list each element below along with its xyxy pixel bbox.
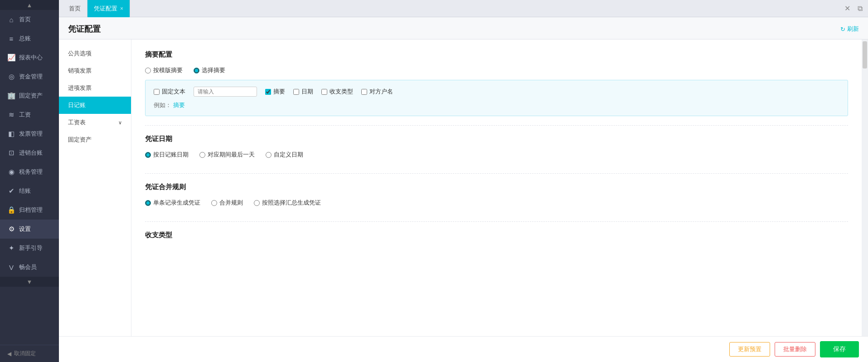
bottom-bar: 更新预置 批量删除 保存 (59, 336, 868, 362)
funds-icon: ◎ (7, 73, 15, 81)
radio-custom-date[interactable]: 自定义日期 (266, 151, 303, 159)
radio-single-record[interactable]: 单条记录生成凭证 (145, 199, 200, 207)
sidebar-scroll-down[interactable]: ▼ (0, 277, 59, 287)
radio-by-selection[interactable]: 按照选择汇总生成凭证 (254, 199, 321, 207)
chevron-down-icon: ∨ (118, 120, 122, 126)
left-nav-item-journal[interactable]: 日记账 (59, 97, 131, 114)
sidebar-item-fixed-assets[interactable]: 🏢 固定资产 (0, 86, 59, 105)
radio-template-summary[interactable]: 按模版摘要 (145, 66, 183, 74)
income-type-section: 收支类型 (145, 231, 848, 240)
radio-period-last-day[interactable]: 对应期间最后一天 (199, 151, 255, 159)
content-layout: 公共选项 销项发票 进项发票 日记账 工资表 ∨ 固定资产 摘要配置 (59, 39, 868, 336)
sidebar-item-reports[interactable]: 📈 报表中心 (0, 48, 59, 67)
voucher-date-radio-group: 按日记账日期 对应期间最后一天 自定义日期 (145, 151, 848, 159)
settle-icon: ✔ (7, 187, 15, 195)
radio-by-journal-date[interactable]: 按日记账日期 (145, 151, 189, 159)
checkbox-fixed-text[interactable]: 固定文本 (154, 88, 185, 96)
settings-icon: ⚙ (7, 225, 15, 233)
sidebar-item-invoice-mgmt[interactable]: ◧ 发票管理 (0, 124, 59, 143)
summary-example: 例如： 摘要 (154, 101, 839, 109)
income-type-title: 收支类型 (145, 231, 848, 240)
sidebar-item-ledger[interactable]: ≡ 总账 (0, 29, 59, 48)
tab-home[interactable]: 首页 (63, 0, 87, 17)
checkbox-date[interactable]: 日期 (293, 88, 313, 96)
merge-rules-radio-group: 单条记录生成凭证 合并规则 按照选择汇总生成凭证 (145, 199, 848, 207)
refresh-icon: ↻ (840, 26, 845, 33)
window-close-icon[interactable]: ✕ (843, 3, 852, 14)
tax-icon: ◉ (7, 168, 15, 176)
left-nav-item-fixed-assets[interactable]: 固定资产 (59, 131, 131, 148)
fixed-assets-icon: 🏢 (7, 92, 15, 100)
sidebar-item-payroll[interactable]: ≋ 工资 (0, 105, 59, 124)
archive-icon: 🔒 (7, 206, 15, 214)
sidebar-item-funds[interactable]: ◎ 资金管理 (0, 67, 59, 86)
update-preview-button[interactable]: 更新预置 (729, 342, 770, 357)
left-nav-item-public[interactable]: 公共选项 (59, 45, 131, 62)
tab-bar-actions: ✕ ⧉ (843, 3, 864, 14)
sidebar-item-purchase-sales[interactable]: ⊡ 进销台账 (0, 143, 59, 162)
radio-select-summary[interactable]: 选择摘要 (194, 66, 225, 74)
scroll-thumb[interactable] (863, 41, 867, 68)
invoice-mgmt-icon: ◧ (7, 130, 15, 138)
tab-close-icon[interactable]: × (120, 5, 123, 12)
checkbox-income-type[interactable]: 收支类型 (321, 88, 353, 96)
fixed-text-input[interactable] (194, 87, 257, 97)
right-content: 摘要配置 按模版摘要 选择摘要 固定文本 (131, 39, 862, 336)
checkbox-summary[interactable]: 摘要 (265, 88, 285, 96)
radio-merge-rules[interactable]: 合并规则 (211, 199, 243, 207)
main-area: 首页 凭证配置 × ✕ ⧉ 凭证配置 ↻ 刷新 公共选项 销项发票 进 (59, 0, 868, 362)
sidebar-item-tax-mgmt[interactable]: ◉ 税务管理 (0, 162, 59, 181)
guide-icon: ✦ (7, 244, 15, 252)
pin-icon: ◀ (7, 351, 11, 357)
purchase-sales-icon: ⊡ (7, 149, 15, 157)
left-nav: 公共选项 销项发票 进项发票 日记账 工资表 ∨ 固定资产 (59, 39, 131, 336)
ledger-icon: ≡ (7, 35, 15, 43)
page-header: 凭证配置 ↻ 刷新 (59, 17, 868, 39)
summary-config-title: 摘要配置 (145, 50, 848, 59)
summary-config-section: 摘要配置 按模版摘要 选择摘要 固定文本 (145, 50, 848, 126)
vip-icon: V (7, 264, 15, 271)
sidebar-item-guide[interactable]: ✦ 新手引导 (0, 239, 59, 258)
checkbox-counterparty[interactable]: 对方户名 (361, 88, 393, 96)
window-resize-icon[interactable]: ⧉ (856, 4, 864, 14)
save-button[interactable]: 保存 (820, 341, 859, 357)
left-nav-item-sales-invoice[interactable]: 销项发票 (59, 62, 131, 79)
summary-box: 固定文本 摘要 日期 收支类型 (145, 80, 848, 116)
sidebar-item-settle[interactable]: ✔ 结账 (0, 181, 59, 201)
sidebar-item-home[interactable]: ⌂ 首页 (0, 10, 59, 29)
home-icon: ⌂ (7, 16, 15, 24)
refresh-button[interactable]: ↻ 刷新 (840, 25, 859, 33)
sidebar-item-archive[interactable]: 🔒 归档管理 (0, 201, 59, 220)
sidebar-scroll-up[interactable]: ▲ (0, 0, 59, 10)
sidebar-item-vip[interactable]: V 畅会员 (0, 258, 59, 277)
voucher-date-title: 凭证日期 (145, 135, 848, 143)
scroll-track[interactable] (862, 39, 868, 336)
sidebar: ▲ ⌂ 首页 ≡ 总账 📈 报表中心 ◎ 资金管理 🏢 固定资产 ≋ 工资 ◧ … (0, 0, 59, 362)
tab-bar: 首页 凭证配置 × ✕ ⧉ (59, 0, 868, 17)
summary-radio-group: 按模版摘要 选择摘要 (145, 66, 848, 74)
batch-delete-button[interactable]: 批量删除 (775, 342, 815, 357)
cancel-fixed-button[interactable]: ◀ 取消固定 (0, 345, 59, 362)
tab-voucher-config[interactable]: 凭证配置 × (87, 0, 130, 17)
summary-checkboxes-row: 固定文本 摘要 日期 收支类型 (154, 87, 839, 97)
payroll-icon: ≋ (7, 111, 15, 119)
merge-rules-title: 凭证合并规则 (145, 183, 848, 191)
left-nav-item-payroll-table[interactable]: 工资表 ∨ (59, 114, 131, 131)
page-title: 凭证配置 (68, 24, 101, 34)
merge-rules-section: 凭证合并规则 单条记录生成凭证 合并规则 按照选择汇总生成凭证 (145, 183, 848, 222)
left-nav-item-purchase-invoice[interactable]: 进项发票 (59, 79, 131, 97)
sidebar-item-settings[interactable]: ⚙ 设置 (0, 220, 59, 239)
voucher-date-section: 凭证日期 按日记账日期 对应期间最后一天 自定义日期 (145, 135, 848, 174)
reports-icon: 📈 (7, 54, 15, 62)
